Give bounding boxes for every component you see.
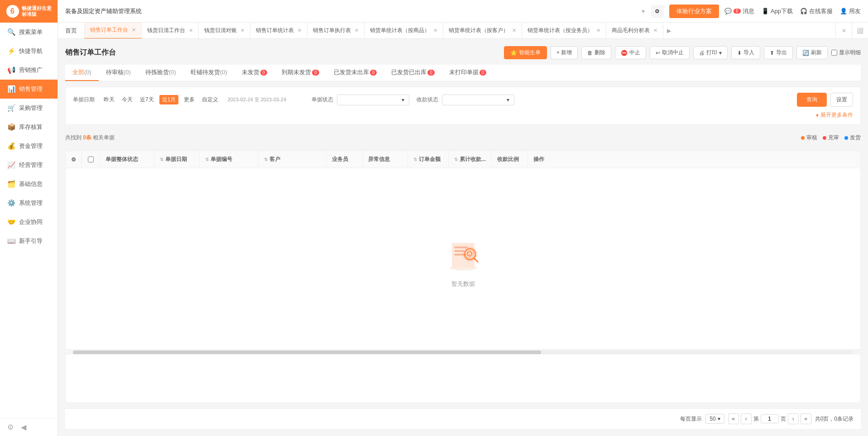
sub-tab-shipped-out[interactable]: 已发货已出库0 (384, 65, 442, 81)
date-opt-yesterday[interactable]: 昨天 (102, 95, 116, 104)
tab-sales-stats-product[interactable]: 销货单统计表（按商品） ✕ (364, 23, 443, 39)
horizontal-scrollbar[interactable] (66, 349, 860, 355)
new-button[interactable]: + 新增 (551, 46, 578, 59)
tab-close-icon[interactable]: ✕ (512, 28, 516, 33)
sort-icon[interactable]: ⇅ (413, 157, 417, 162)
app-download-action[interactable]: 📱 App下载 (762, 7, 793, 15)
tab-close-icon[interactable]: ✕ (297, 28, 302, 33)
tab-close-icon[interactable]: ✕ (355, 28, 359, 33)
receipt-select[interactable]: ▾ (442, 95, 514, 105)
status-select[interactable]: ▾ (337, 95, 409, 105)
sidebar-item-system[interactable]: ⚙️ 系统管理 (0, 194, 58, 213)
sidebar-item-sales[interactable]: 📊 销售管理 (0, 80, 58, 99)
date-opt-more[interactable]: 更多 (182, 95, 197, 104)
import-button[interactable]: ⬇ 导入 (731, 46, 760, 59)
online-service-action[interactable]: 🎧 在线客服 (800, 7, 833, 15)
date-opt-1month[interactable]: 近1月 (159, 95, 179, 104)
review-action[interactable]: 审核 (801, 134, 817, 142)
th-date[interactable]: ⇅ 单据日期 (154, 151, 200, 168)
date-range-display: 2023-02-24 至 2023-03-24 (227, 96, 286, 103)
tab-sales-order-stats[interactable]: 销售订单统计表 ✕ (250, 23, 307, 39)
scroll-thumb[interactable] (73, 351, 541, 354)
stop-button[interactable]: ⛔ 中止 (615, 46, 646, 59)
sidebar-item-finance[interactable]: 💰 资金管理 (0, 137, 58, 156)
refresh-button[interactable]: 🔄 刷新 (796, 46, 828, 59)
sub-tab-all[interactable]: 全部(0) (65, 65, 99, 81)
th-checkbox[interactable] (82, 152, 100, 167)
tab-cash-daily[interactable]: 钱货日清工作台 ✕ (142, 23, 199, 39)
settings-icon[interactable]: ⚙ (7, 423, 14, 431)
tab-sales-order-exec[interactable]: 销售订单执行表 ✕ (307, 23, 364, 39)
date-opt-7days[interactable]: 近7天 (138, 95, 156, 104)
message-action[interactable]: 💬 6 消息 (724, 7, 754, 15)
delete-button[interactable]: 🗑 删除 (581, 46, 611, 59)
page-number-input[interactable] (761, 414, 779, 423)
sub-tab-overdue-not-shipped[interactable]: 到期未发货0 (274, 65, 326, 81)
sort-icon[interactable]: ⇅ (205, 157, 209, 162)
th-amount[interactable]: ⇅ 订单金额 (408, 151, 449, 168)
sub-tab-wangpu[interactable]: 旺铺待发货(0) (183, 65, 235, 81)
sidebar-item-quick-nav[interactable]: ⚡ 快捷导航 (0, 42, 58, 61)
sub-tab-not-printed[interactable]: 未打印单据0 (442, 65, 494, 81)
first-page-btn[interactable]: « (728, 413, 739, 424)
cancel-stop-button[interactable]: ↩ 取消中止 (650, 46, 690, 59)
tab-close-icon[interactable]: ✕ (189, 28, 193, 33)
tab-sales-stats-staff[interactable]: 销货单统计表（按业务员） ✕ (522, 23, 606, 39)
date-opt-today[interactable]: 今天 (120, 95, 134, 104)
last-page-btn[interactable]: » (801, 413, 811, 424)
tab-close-icon[interactable]: ✕ (596, 28, 600, 33)
expand-conditions-btn[interactable]: ▾ 展开更多条件 (816, 111, 853, 119)
tab-product-margin[interactable]: 商品毛利分析表 ✕ (606, 23, 663, 39)
next-page-btn[interactable]: › (788, 413, 799, 424)
tab-pin-left[interactable]: ✕ (835, 23, 852, 39)
sidebar-item-search[interactable]: 🔍 搜索菜单 (0, 23, 58, 42)
ship-action[interactable]: 发货 (844, 134, 861, 142)
display-detail-toggle[interactable]: 显示明细 (831, 49, 861, 57)
tab-close-icon[interactable]: ✕ (132, 27, 136, 33)
select-all-checkbox[interactable] (88, 156, 94, 162)
smart-create-button[interactable]: ⭐ 智能生单 (504, 46, 547, 59)
th-number[interactable]: ⇅ 单据编号 (200, 151, 259, 168)
page-size-select[interactable]: 50 ▾ (705, 414, 724, 424)
tab-more-btn[interactable]: ▶ (663, 23, 675, 39)
sidebar-item-purchase[interactable]: 🛒 采购管理 (0, 99, 58, 118)
tab-sales-order-workbench[interactable]: 销售订单工作台 ✕ (85, 23, 142, 39)
sub-tab-pending-inspection[interactable]: 待拣验货(0) (138, 65, 183, 81)
user-action[interactable]: 👤 用友 (840, 7, 861, 15)
industry-solution-button[interactable]: 体验行业方案 (669, 5, 719, 18)
topbar-dropdown[interactable]: ▼ (641, 9, 646, 14)
th-customer[interactable]: ⇅ 客户 (259, 151, 326, 168)
sidebar-item-enterprise[interactable]: 🤝 企业协同 (0, 213, 58, 232)
filter-area: 单据日期 昨天 今天 近7天 近1月 更多 自定义 2023-02-24 至 2… (65, 87, 861, 125)
th-settings[interactable]: ⚙ (66, 152, 82, 167)
topbar-settings-btn[interactable]: ⚙ (651, 5, 664, 18)
settings-button[interactable]: 设置 (830, 93, 853, 107)
sidebar-item-marketing[interactable]: 📢 营销推广 (0, 61, 58, 80)
tab-close-icon[interactable]: ✕ (240, 28, 245, 33)
sub-tab-pending-review[interactable]: 待审核(0) (99, 65, 138, 81)
date-opt-custom[interactable]: 自定义 (200, 95, 220, 104)
tab-home[interactable]: 首页 (58, 23, 85, 39)
sort-icon[interactable]: ⇅ (160, 157, 163, 162)
tab-pin-right[interactable]: ⬜ (852, 23, 868, 39)
query-button[interactable]: 查询 (797, 93, 827, 107)
tab-close-icon[interactable]: ✕ (433, 28, 437, 33)
sort-icon[interactable]: ⇅ (264, 157, 268, 162)
tab-close-icon[interactable]: ✕ (653, 28, 657, 33)
print-button[interactable]: 🖨 打印 ▾ (693, 46, 728, 59)
sidebar-item-guide[interactable]: 📖 新手引导 (0, 232, 58, 251)
export-button[interactable]: ⬆ 导出 (764, 46, 793, 59)
tab-cash-check[interactable]: 钱货日清对账 ✕ (199, 23, 250, 39)
tab-sales-stats-customer[interactable]: 销货单统计表（按客户） ✕ (443, 23, 522, 39)
sub-tab-not-shipped[interactable]: 未发货0 (235, 65, 275, 81)
cancel-action[interactable]: 充审 (823, 134, 839, 142)
display-detail-checkbox[interactable] (831, 50, 837, 56)
sidebar-item-basic-info[interactable]: 🗂️ 基础信息 (0, 175, 58, 194)
collapse-icon[interactable]: ◀ (21, 423, 26, 431)
prev-page-btn[interactable]: ‹ (741, 413, 752, 424)
sidebar-item-operations[interactable]: 📈 经营管理 (0, 156, 58, 175)
sort-icon[interactable]: ⇅ (454, 157, 458, 162)
th-collected[interactable]: ⇅ 累计收款... (449, 151, 492, 168)
sidebar-item-inventory[interactable]: 📦 库存核算 (0, 118, 58, 137)
sub-tab-shipped-not-out[interactable]: 已发货未出库0 (326, 65, 384, 81)
